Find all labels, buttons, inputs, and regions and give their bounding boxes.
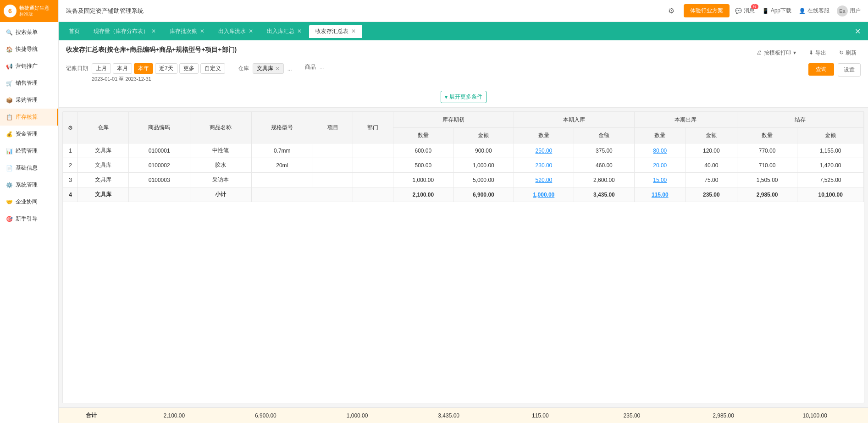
col-dept: 部门 <box>353 112 393 143</box>
sidebar-item-system[interactable]: ⚙️系统管理 <box>0 176 58 193</box>
sidebar-item-purchase[interactable]: 📦采购管理 <box>0 92 58 109</box>
cell-warehouse: 文具库 <box>78 173 129 187</box>
cell-in-qty[interactable]: 250.00 <box>514 143 574 158</box>
cell-project <box>313 187 353 202</box>
settings-icon[interactable]: ⚙ <box>668 6 674 15</box>
refresh-label: 刷新 <box>846 49 857 57</box>
phone-icon: 📱 <box>762 8 769 14</box>
col-settings[interactable]: ⚙ <box>63 112 78 143</box>
tab-close-inout_flow[interactable]: ✕ <box>249 28 253 34</box>
warehouse-more[interactable]: ... <box>287 66 292 72</box>
sidebar-item-sales[interactable]: 🛒销售管理 <box>0 75 58 92</box>
sidebar-item-operations[interactable]: 📊经营管理 <box>0 143 58 159</box>
filter-bar: 记账日期 上月本月本年近7天更多自定义 2023-01-01 至 2023-12… <box>66 63 861 87</box>
date-btn-近7天[interactable]: 近7天 <box>155 63 177 74</box>
sidebar-item-basic[interactable]: 📄基础信息 <box>0 159 58 176</box>
total-open-qty: 2,100.00 <box>128 412 220 419</box>
cell-in-amt: 375.00 <box>574 143 635 158</box>
sidebar-item-marketing[interactable]: 📢营销推广 <box>0 58 58 75</box>
nav-icon-enterprise: 🤝 <box>6 198 13 206</box>
cell-code: 0100003 <box>128 173 190 187</box>
tab-inout_flow[interactable]: 出入库流水✕ <box>212 25 260 38</box>
tabs-bar: 首页现存量（库存分布表）✕库存批次账✕出入库流水✕出入库汇总✕收发存汇总表✕✕ <box>59 22 868 40</box>
sidebar-item-newbie[interactable]: 🎯新手引导 <box>0 210 58 227</box>
sidebar-item-finance[interactable]: 💰资金管理 <box>0 126 58 143</box>
date-btn-本年[interactable]: 本年 <box>134 63 153 74</box>
cell-out-qty[interactable]: 80.00 <box>634 143 686 158</box>
sidebar-item-inventory[interactable]: 📋库存核算 <box>0 109 58 126</box>
print-button[interactable]: 🖨 按模板打印 ▾ <box>752 47 800 59</box>
close-all-tabs-button[interactable]: ✕ <box>851 27 864 36</box>
message-item[interactable]: 💬 消息 6 <box>735 7 755 15</box>
cell-out-qty[interactable]: 15.00 <box>634 173 686 187</box>
cell-out-amt: 120.00 <box>686 143 737 158</box>
cell-out-qty: 115.00 <box>634 187 686 202</box>
cell-close-amt: 1,155.00 <box>797 143 864 158</box>
cell-code: 0100001 <box>128 143 190 158</box>
query-button[interactable]: 查询 <box>808 63 834 76</box>
date-btn-自定义[interactable]: 自定义 <box>200 63 225 74</box>
sidebar-app-version: 标准版 <box>19 11 50 17</box>
col-group-closing: 结存 <box>737 112 863 128</box>
total-out-amt: 235.00 <box>586 412 678 419</box>
export-button[interactable]: ⬇ 导出 <box>805 47 830 59</box>
cell-open-qty: 2,100.00 <box>393 187 453 202</box>
cell-in-amt: 460.00 <box>574 158 635 173</box>
user-label: 用户 <box>850 7 861 15</box>
export-label: 导出 <box>815 49 826 57</box>
tab-close-batch[interactable]: ✕ <box>200 28 205 34</box>
sidebar-item-quick[interactable]: 🏠快捷导航 <box>0 41 58 58</box>
nav-icon-operations: 📊 <box>6 148 13 155</box>
cell-close-amt: 7,525.00 <box>797 173 864 187</box>
tab-home[interactable]: 首页 <box>62 25 86 38</box>
tab-batch[interactable]: 库存批次账✕ <box>163 25 211 38</box>
total-open-amt: 6,900.00 <box>220 412 312 419</box>
tab-stock_dist[interactable]: 现存量（库存分布表）✕ <box>87 25 162 38</box>
date-btn-本月[interactable]: 本月 <box>113 63 132 74</box>
warehouse-tag-text: 文具库 <box>257 65 273 72</box>
col-group-in: 本期入库 <box>514 112 634 128</box>
col-in-qty: 数量 <box>514 128 574 143</box>
date-btn-上月[interactable]: 上月 <box>92 63 111 74</box>
goods-more[interactable]: ... <box>320 64 324 71</box>
tab-inout_summary[interactable]: 出入库汇总✕ <box>260 25 308 38</box>
cell-out-qty[interactable]: 20.00 <box>634 158 686 173</box>
tab-close-receive_summary[interactable]: ✕ <box>351 28 356 34</box>
tab-close-inout_summary[interactable]: ✕ <box>297 28 302 34</box>
nav-label-marketing: 营销推广 <box>16 62 38 70</box>
refresh-button[interactable]: ↻ 刷新 <box>835 47 861 59</box>
sidebar-item-enterprise[interactable]: 🤝企业协同 <box>0 193 58 210</box>
tab-close-stock_dist[interactable]: ✕ <box>151 28 156 34</box>
total-in-amt: 3,435.00 <box>403 412 495 419</box>
user-item[interactable]: Ea 用户 <box>837 5 861 16</box>
nav-label-operations: 经营管理 <box>16 147 38 155</box>
cell-open-qty: 1,000.00 <box>393 173 453 187</box>
message-icon: 💬 <box>735 8 742 14</box>
system-name: 装备及固定资产辅助管理系统 <box>66 7 663 15</box>
filter-settings-button[interactable]: 设置 <box>838 63 861 77</box>
cell-warehouse: 文具库 <box>78 143 129 158</box>
cell-in-qty[interactable]: 520.00 <box>514 173 574 187</box>
warehouse-tag-close[interactable]: ✕ <box>275 66 280 72</box>
tab-label-stock_dist: 现存量（库存分布表） <box>94 27 149 35</box>
tab-label-batch: 库存批次账 <box>170 27 197 35</box>
sidebar-item-search[interactable]: 🔍搜索菜单 <box>0 24 58 41</box>
print-label: 按模板打印 <box>764 49 791 57</box>
date-btn-更多[interactable]: 更多 <box>179 63 199 74</box>
cell-name: 胶水 <box>190 158 251 173</box>
sidebar-logo: 6 <box>4 5 17 17</box>
online-service-item[interactable]: 👤 在线客服 <box>799 7 829 15</box>
cell-in-qty[interactable]: 230.00 <box>514 158 574 173</box>
cell-close-qty: 2,985.00 <box>737 187 797 202</box>
expand-conditions-button[interactable]: ▾ 展开更多条件 <box>441 91 487 103</box>
col-project: 项目 <box>313 112 353 143</box>
warehouse-filter-tag[interactable]: 文具库 ✕ <box>253 63 284 74</box>
sidebar: 6 畅捷通好生意 标准版 🔍搜索菜单🏠快捷导航📢营销推广🛒销售管理📦采购管理📋库… <box>0 0 59 423</box>
app-download-item[interactable]: 📱 App下载 <box>762 7 791 15</box>
nav-label-basic: 基础信息 <box>16 164 38 172</box>
experience-button[interactable]: 体验行业方案 <box>684 4 730 17</box>
table-row: 1 文具库 0100001 中性笔 0.7mm 600.00 900.00 25… <box>63 143 864 158</box>
cell-code <box>128 187 190 202</box>
tab-receive_summary[interactable]: 收发存汇总表✕ <box>309 25 362 38</box>
total-close-amt: 10,100.00 <box>769 412 861 419</box>
